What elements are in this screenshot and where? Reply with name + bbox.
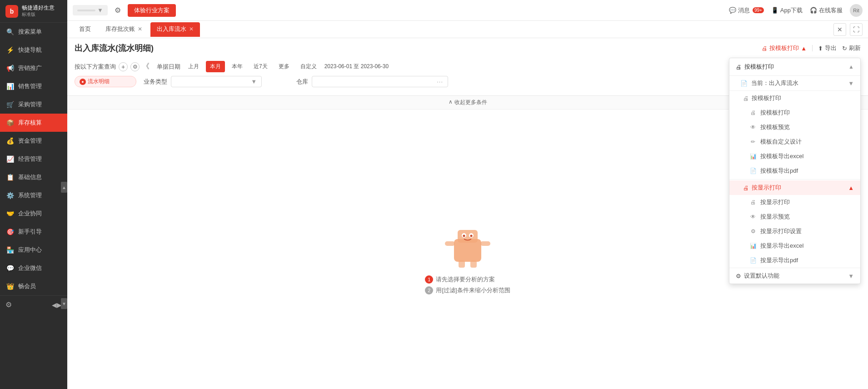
- sidebar-item-finance[interactable]: 💰 资金管理: [0, 132, 67, 150]
- filter-tag-flow[interactable]: ● 流水明细: [75, 76, 136, 87]
- date-btn-custom[interactable]: 自定义: [296, 61, 321, 72]
- svg-rect-9: [470, 260, 477, 268]
- filter-setting-btn[interactable]: ⚙: [130, 62, 140, 71]
- sidebar-item-wechat[interactable]: 💬 企业微信: [0, 259, 67, 277]
- printer-icon-panel: 🖨: [736, 64, 742, 70]
- panel-item-template-pdf[interactable]: 📄 按模板导出pdf: [729, 164, 860, 178]
- panel-item-display-settings[interactable]: ⚙ 按显示打印设置: [729, 224, 860, 239]
- preview-icon-1: 👁: [749, 124, 757, 131]
- tab-batch[interactable]: 库存批次账 ✕: [99, 22, 149, 37]
- panel-current-item[interactable]: 📄 当前：出入库流水 ▼: [729, 76, 860, 91]
- date-btn-this-year[interactable]: 本年: [228, 61, 247, 72]
- tab-flow-close[interactable]: ✕: [189, 26, 194, 32]
- company-selector[interactable]: ▼: [73, 5, 108, 15]
- hint-item-2: 2 用[过滤]条件来缩小分析范围: [425, 286, 510, 294]
- date-filter-buttons: 上月 本月 本年 近7天 更多 自定义: [184, 61, 321, 72]
- print-dropdown-panel: 🖨 按模板打印 ▲ 📄 当前：出入库流水 ▼ 🖨: [729, 58, 861, 284]
- trending-icon: 📈: [5, 155, 15, 164]
- tab-batch-close[interactable]: ✕: [138, 26, 142, 32]
- sidebar-item-collab[interactable]: 🤝 企业协同: [0, 204, 67, 223]
- display-print-section-icon: 🖨: [743, 185, 749, 191]
- section-template-print[interactable]: 🖨 按模板打印: [729, 91, 860, 105]
- handshake-icon: 🤝: [5, 209, 15, 218]
- sidebar-item-system[interactable]: ⚙️ 系统管理: [0, 186, 67, 204]
- date-btn-last-month[interactable]: 上月: [184, 61, 203, 72]
- sidebar-item-guide[interactable]: 🎯 新手引导: [0, 223, 67, 241]
- sidebar-item-sales[interactable]: 📊 销售管理: [0, 77, 67, 95]
- date-label: 单据日期: [157, 63, 180, 71]
- pdf-icon-2: 📄: [749, 257, 757, 264]
- logo-sub: 标准版: [22, 11, 55, 18]
- panel-item-display-preview[interactable]: 👁 按显示预览: [729, 209, 860, 224]
- date-btn-this-month[interactable]: 本月: [206, 61, 225, 72]
- settings-icon-2: ⚙: [749, 228, 757, 235]
- tab-flow[interactable]: 出入库流水 ✕: [150, 22, 200, 37]
- refresh-btn[interactable]: ↻ 刷新: [842, 44, 861, 52]
- template-print-btn[interactable]: 🖨 按模板打印 ▲: [762, 44, 807, 52]
- panel-expand-icon[interactable]: ▲: [848, 64, 854, 70]
- sidebar-collapse-btn[interactable]: ◀▶: [52, 301, 62, 309]
- page-actions: 🖨 按模板打印 ▲ ⬆ 导出 ↻ 刷新 🖨: [762, 44, 861, 52]
- svg-point-4: [463, 235, 465, 237]
- export-btn[interactable]: ⬆ 导出: [818, 44, 837, 52]
- business-type-arrow: ▼: [251, 78, 257, 85]
- filter-add-btn[interactable]: +: [119, 62, 128, 71]
- money-icon: 💰: [5, 136, 15, 145]
- chevron-up-icon: ▲: [801, 45, 807, 52]
- sidebar-item-marketing[interactable]: 📢 营销推广: [0, 59, 67, 77]
- search-icon: 🔍: [5, 27, 15, 36]
- template-print-section-icon: 🖨: [743, 95, 749, 102]
- excel-icon-2: 📊: [749, 242, 757, 249]
- sidebar-item-appstore[interactable]: 🏪 应用中心: [0, 241, 67, 259]
- filter-collapse-btn[interactable]: 《: [142, 62, 150, 71]
- sidebar-item-basic[interactable]: 📋 基础信息: [0, 168, 67, 186]
- panel-item-template-excel[interactable]: 📊 按模板导出excel: [729, 149, 860, 164]
- sidebar-settings-btn[interactable]: ⚙: [5, 300, 12, 309]
- app-download-btn[interactable]: 📱 App下载: [771, 6, 803, 15]
- company-name: [77, 10, 95, 11]
- business-type-dropdown[interactable]: ▼: [171, 76, 262, 87]
- tab-home[interactable]: 首页: [73, 22, 97, 37]
- settings-btn[interactable]: ⚙: [111, 4, 124, 17]
- message-badge: 99+: [753, 7, 764, 13]
- warehouse-dropdown[interactable]: ···: [312, 76, 448, 87]
- business-type-area: 业务类型 ▼: [144, 76, 262, 87]
- panel-item-display-excel[interactable]: 📊 按显示导出excel: [729, 239, 860, 253]
- page-header-row: 出入库流水(流水明细) 🖨 按模板打印 ▲ ⬆ 导出 ↻ 刷新: [67, 38, 868, 56]
- headset-icon: 🎧: [810, 7, 817, 14]
- panel-item-display-pdf[interactable]: 📄 按显示导出pdf: [729, 253, 860, 268]
- message-btn[interactable]: 💬 消息 99+: [729, 6, 764, 15]
- hint-num-1: 1: [425, 275, 433, 284]
- crown-icon: 👑: [5, 282, 15, 291]
- sidebar-scroll-down[interactable]: ▼: [61, 298, 67, 309]
- current-dropdown-icon: ▼: [848, 80, 854, 87]
- window-maximize-btn[interactable]: ⛶: [850, 23, 863, 36]
- panel-item-display-print[interactable]: 🖨 按显示打印: [729, 195, 860, 209]
- section-display-print[interactable]: 🖨 按显示打印 ▲: [729, 180, 860, 195]
- sidebar-item-search[interactable]: 🔍 搜索菜单: [0, 23, 67, 41]
- cart-icon: 🛒: [5, 100, 15, 109]
- sidebar-item-purchase[interactable]: 🛒 采购管理: [0, 95, 67, 114]
- sidebar-item-vip[interactable]: 👑 畅会员: [0, 277, 67, 295]
- sidebar-item-inventory[interactable]: 📦 库存核算: [0, 114, 67, 132]
- sidebar-scroll-up[interactable]: ▲: [61, 182, 67, 193]
- preview-icon-2: 👁: [749, 213, 757, 220]
- sidebar-item-quick-nav[interactable]: ⚡ 快捷导航: [0, 41, 67, 59]
- user-avatar[interactable]: Rit: [850, 4, 863, 17]
- panel-item-template-print[interactable]: 🖨 按模板打印: [729, 105, 860, 120]
- svg-rect-7: [480, 241, 490, 246]
- industry-solution-btn[interactable]: 体验行业方案: [128, 4, 176, 17]
- date-btn-7days[interactable]: 近7天: [249, 61, 272, 72]
- online-service-btn[interactable]: 🎧 在线客服: [810, 6, 843, 15]
- sidebar-item-ops[interactable]: 📈 经营管理: [0, 150, 67, 168]
- panel-item-template-preview[interactable]: 👁 按模板预览: [729, 120, 860, 135]
- date-btn-more[interactable]: 更多: [274, 61, 294, 72]
- svg-rect-1: [458, 230, 478, 243]
- divider-1: [812, 45, 813, 51]
- current-item-icon: 📄: [740, 80, 748, 87]
- window-close-btn[interactable]: ✕: [833, 23, 846, 36]
- excel-icon-1: 📊: [749, 153, 757, 160]
- header-left: ▼ ⚙ 体验行业方案: [73, 4, 176, 17]
- panel-footer-settings[interactable]: ⚙ 设置默认功能 ▼: [729, 268, 860, 284]
- panel-item-template-custom[interactable]: ✏ 模板自定义设计: [729, 135, 860, 149]
